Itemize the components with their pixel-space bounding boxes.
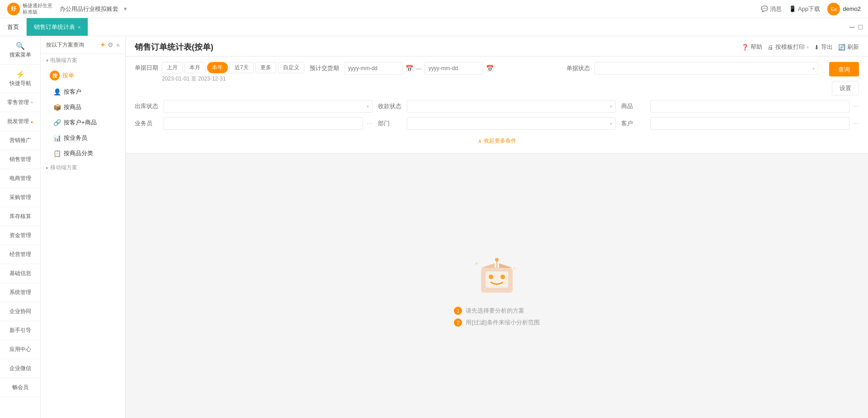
tree-item-by-customer[interactable]: 👤 按客户	[41, 84, 125, 100]
search-icon: 🔍	[4, 42, 37, 50]
tree-item-by-salesperson[interactable]: 📊 按业务员	[41, 130, 125, 146]
user-menu[interactable]: Ea demo2	[827, 3, 861, 15]
sidebar-item-sales[interactable]: 销售管理	[0, 150, 40, 169]
salesperson-icon: 📊	[53, 134, 61, 142]
sidebar-item-basic[interactable]: 基础信息	[0, 264, 40, 283]
tree-item-by-category[interactable]: 📋 按商品分类	[41, 146, 125, 161]
tab-maximize-button[interactable]: □	[858, 23, 863, 31]
sidebar-item-newbie[interactable]: 新手引导	[0, 321, 40, 340]
salesperson-cell: 业务员 ···	[135, 117, 373, 130]
calendar-end-icon[interactable]: 📅	[486, 65, 494, 72]
sidebar-item-inventory[interactable]: 库存核算	[0, 207, 40, 226]
sidebar-item-app-center[interactable]: 应用中心	[0, 340, 40, 359]
settings-button[interactable]: 设置	[832, 81, 859, 95]
date-btn-custom[interactable]: 自定义	[278, 62, 304, 73]
app-download-button[interactable]: 📱 App下载	[789, 5, 820, 13]
query-button[interactable]: 查询	[829, 62, 859, 76]
payment-status-select[interactable]	[407, 100, 616, 113]
add-scheme-button[interactable]: +	[101, 41, 105, 49]
filter-row-1: 单据日期 上月 本月 本年 近7天 更多 自定义 2023-01-01 至 20…	[135, 62, 859, 95]
tab-sales-order[interactable]: 销售订单统计表 ×	[27, 18, 88, 36]
product-more-icon[interactable]: ···	[853, 102, 859, 110]
logo-area: 好 畅捷通好生意 标准版	[7, 3, 52, 15]
tree-item-by-customer-product[interactable]: 🔗 按客户+商品	[41, 115, 125, 130]
calendar-start-icon[interactable]: 📅	[406, 65, 413, 72]
department-label: 部门	[378, 119, 403, 128]
refresh-button[interactable]: 🔄 刷新	[838, 43, 859, 51]
predicted-date-end-input[interactable]	[425, 62, 483, 75]
tip-num-2: 2	[454, 318, 462, 327]
message-button[interactable]: 💬 消息	[761, 5, 782, 13]
empty-illustration: ✦ ✦	[470, 245, 524, 299]
collapse-button[interactable]: ∧ 收起更多条件	[475, 134, 519, 147]
sidebar-item-wholesale[interactable]: 批发管理 ▴	[0, 112, 40, 131]
date-filter-group: 单据日期 上月 本月 本年 近7天 更多 自定义 2023-01-01 至 20…	[135, 62, 304, 83]
date-filter-label: 单据日期	[135, 64, 160, 72]
settings-scheme-button[interactable]: ⚙	[108, 41, 113, 48]
empty-tip-1: 1 请先选择要分析的方案	[454, 307, 539, 315]
pc-section-arrow: ▾	[46, 58, 48, 63]
wholesale-arrow: ▴	[31, 119, 33, 124]
date-range-display: 2023-01-01 至 2023-12-31	[135, 75, 304, 83]
pc-section-header[interactable]: ▾ 电脑端方案	[41, 54, 125, 67]
nav-icon: ⚡	[4, 70, 37, 79]
left-panel-title: 按以下方案查询	[46, 41, 84, 49]
tab-minimize-button[interactable]: ─	[849, 23, 854, 31]
download-icon: 📱	[789, 5, 796, 12]
help-button[interactable]: ❓ 帮助	[741, 43, 762, 51]
date-separator: —	[416, 65, 422, 72]
category-icon: 📋	[53, 150, 61, 157]
tree-item-by-product[interactable]: 📦 按商品	[41, 100, 125, 115]
tab-close-icon[interactable]: ×	[78, 24, 80, 30]
sidebar-item-quick-nav[interactable]: ⚡ 快捷导航	[0, 65, 40, 93]
delivery-status-select[interactable]	[164, 100, 373, 113]
tip-num-1: 1	[454, 307, 462, 315]
export-button[interactable]: ⬇ 导出	[814, 43, 833, 51]
left-panel-actions: + ⚙ «	[101, 41, 120, 49]
product-input[interactable]	[650, 100, 849, 113]
user-name: demo2	[843, 5, 861, 12]
top-bar: 好 畅捷通好生意 标准版 办公用品行业模拟账套 ▾ 💬 消息 📱 App下载 E…	[0, 0, 868, 18]
sidebar-item-ecommerce[interactable]: 电商管理	[0, 169, 40, 188]
sidebar-item-finance[interactable]: 资金管理	[0, 226, 40, 245]
department-select[interactable]	[407, 117, 616, 130]
sidebar-item-enterprise[interactable]: 企业协同	[0, 302, 40, 321]
sidebar-item-purchase[interactable]: 采购管理	[0, 188, 40, 207]
order-status-select-wrap: ▾	[594, 62, 818, 75]
sidebar-item-system[interactable]: 系统管理	[0, 283, 40, 302]
active-indicator: 按	[50, 71, 60, 81]
sidebar-item-enterprise-wechat[interactable]: 企业微信	[0, 359, 40, 378]
app-dropdown-arrow[interactable]: ▾	[124, 5, 127, 12]
delivery-status-cell: 出库状态 ▾	[135, 100, 373, 113]
predicted-date-start-input[interactable]	[344, 62, 403, 75]
salesperson-more-icon[interactable]: ···	[367, 119, 373, 128]
tab-bar: 首页 销售订单统计表 × ─ □	[0, 18, 868, 36]
salesperson-input[interactable]	[164, 117, 363, 130]
customer-more-icon[interactable]: ···	[853, 119, 859, 128]
customer-input[interactable]	[650, 117, 849, 130]
tree-item-by-order[interactable]: 按 按单	[41, 67, 125, 84]
top-bar-left: 好 畅捷通好生意 标准版 办公用品行业模拟账套 ▾	[7, 3, 127, 15]
date-btn-this-year[interactable]: 本年	[207, 62, 228, 73]
collapse-panel-button[interactable]: «	[116, 41, 120, 48]
sidebar-item-marketing[interactable]: 营销推广	[0, 131, 40, 150]
department-cell: 部门 ▾	[378, 117, 616, 130]
app-title: 办公用品行业模拟账套	[60, 5, 118, 13]
date-btn-more[interactable]: 更多	[255, 62, 276, 73]
date-btn-last-month[interactable]: 上月	[162, 62, 183, 73]
template-print-button[interactable]: 🖨 按模板打印 ▾	[768, 43, 809, 51]
page-title: 销售订单统计表(按单)	[135, 42, 213, 52]
mobile-section-header[interactable]: ▸ 移动端方案	[41, 161, 125, 174]
svg-text:✦: ✦	[474, 261, 479, 267]
help-icon: ❓	[741, 44, 749, 51]
order-status-select[interactable]	[594, 62, 818, 75]
sidebar-item-member[interactable]: 畅会员	[0, 378, 40, 397]
logo-text: 畅捷通好生意 标准版	[23, 3, 52, 14]
payment-status-wrap: ▾	[407, 100, 616, 113]
date-btn-this-month[interactable]: 本月	[184, 62, 205, 73]
sidebar-item-search-menu[interactable]: 🔍 搜索菜单	[0, 36, 40, 65]
sidebar-item-operations[interactable]: 经营管理	[0, 245, 40, 264]
sidebar-item-retail[interactable]: 零售管理 ▾	[0, 93, 40, 112]
tab-home[interactable]: 首页	[0, 18, 27, 36]
date-btn-7days[interactable]: 近7天	[230, 62, 254, 73]
